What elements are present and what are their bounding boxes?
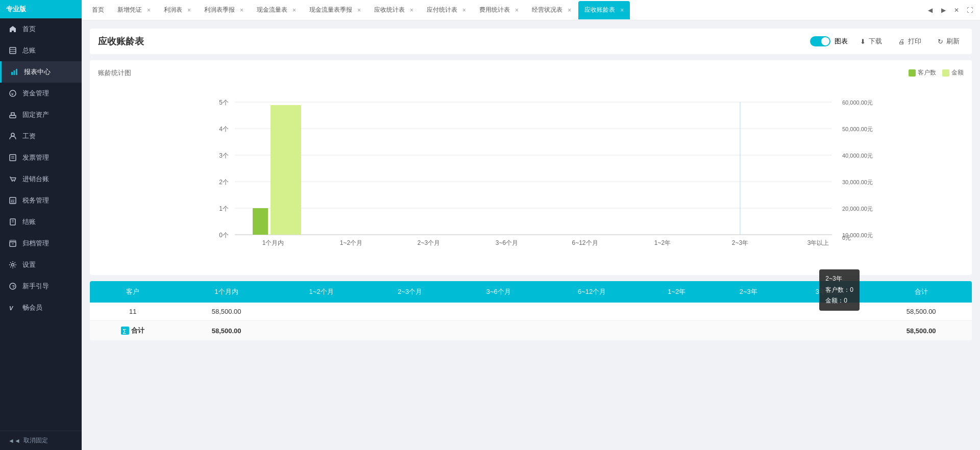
legend-customer-count: 客户数 [909,68,936,77]
download-btn[interactable]: ⬇ 下载 [856,35,886,48]
svg-point-10 [11,133,14,136]
collapse-icon: ◄◄ [8,437,20,444]
sidebar-label-archive: 归档管理 [22,239,49,248]
tab-scroll-right[interactable]: ▶ [937,4,949,16]
sidebar-item-settings[interactable]: 设置 [0,254,82,276]
vip-icon: V [8,303,17,312]
invoice-icon [8,153,17,162]
tab-profit-close[interactable]: × [187,7,191,14]
toggle-label: 图表 [835,37,848,46]
tab-cashflow-close[interactable]: × [292,7,296,14]
tab-new-voucher-close[interactable]: × [147,7,151,14]
tab-nav-area: ◀ ▶ ✕ ⛶ [924,4,976,16]
sidebar-item-close-book[interactable]: 结账 [0,211,82,233]
tab-ap-stats[interactable]: 应付统计表 × [421,1,472,19]
sidebar-label-purchase: 进销台账 [22,174,49,184]
page-actions: 图表 ⬇ 下载 🖨 打印 ↻ 刷新 [810,35,964,48]
tab-expense-stats[interactable]: 费用统计表 × [473,1,525,19]
cell-3-6m [454,303,543,321]
svg-text:3个: 3个 [219,152,229,159]
sidebar-item-fund[interactable]: ¥ 资金管理 [0,83,82,104]
tab-close-all[interactable]: ✕ [950,4,963,16]
download-icon: ⬇ [860,38,866,45]
col-customer: 客户 [90,281,176,303]
tab-home[interactable]: 首页 [86,1,110,19]
refresh-btn[interactable]: ↻ 刷新 [934,35,964,48]
legend-amount-color [942,69,949,77]
svg-point-24 [12,264,14,266]
svg-text:3~6个月: 3~6个月 [496,239,518,246]
sidebar-item-fixed-assets[interactable]: 固定资产 [0,104,82,126]
legend-customer-label: 客户数 [918,68,936,77]
tab-home-label: 首页 [92,6,104,14]
tab-scroll-left[interactable]: ◀ [924,4,936,16]
page-header: 应收账龄表 图表 ⬇ 下载 🖨 打印 ↻ 刷新 [90,29,972,54]
salary-icon [8,132,17,141]
tab-ar-stats-close[interactable]: × [410,7,413,14]
tab-maximize[interactable]: ⛶ [964,4,976,16]
svg-text:30,000.00元: 30,000.00元 [842,179,873,185]
cell-total: 58,500.00 [870,303,972,321]
tab-profit-quarterly[interactable]: 利润表季报 × [198,1,250,19]
svg-text:1个月内: 1个月内 [262,239,284,246]
col-1-2m: 1~2个月 [277,281,366,303]
tab-cashflow-quarterly-label: 现金流量表季报 [309,6,352,14]
sidebar-item-purchase-sales[interactable]: 进销台账 [0,168,82,190]
sidebar-label-vip: 畅会员 [22,303,42,312]
sidebar-item-tax[interactable]: 税 税务管理 [0,190,82,211]
tab-business-status-close[interactable]: × [568,7,571,14]
sidebar-collapse-btn[interactable]: ◄◄ 取消固定 [0,431,82,450]
sidebar-item-vip[interactable]: V 畅会员 [0,297,82,318]
tab-profit-quarterly-close[interactable]: × [240,7,243,14]
sidebar-item-home[interactable]: 首页 [0,18,82,40]
sidebar-label-invoice: 发票管理 [22,153,49,162]
tab-ap-stats-close[interactable]: × [462,7,466,14]
tab-cashflow[interactable]: 现金流量表 × [251,1,302,19]
sidebar-label-settings: 设置 [22,260,36,269]
total-1-2m [277,321,366,341]
tab-ar-aging-close[interactable]: × [620,7,624,14]
print-btn[interactable]: 🖨 打印 [894,35,925,48]
tab-new-voucher[interactable]: 新增凭证 × [111,1,157,19]
total-icon: ∑ [121,327,129,335]
col-1m: 1个月内 [176,281,277,303]
tab-cashflow-quarterly[interactable]: 现金流量表季报 × [303,1,367,19]
app-logo: 专业版 [0,0,82,18]
tab-ar-aging[interactable]: 应收账龄表 × [578,1,630,19]
tab-profit-quarterly-label: 利润表季报 [204,6,235,14]
tab-business-status[interactable]: 经营状况表 × [526,1,577,19]
tab-profit[interactable]: 利润表 × [158,1,197,19]
svg-rect-4 [14,70,15,75]
bar-1m-amount[interactable] [271,105,301,235]
table-container: 客户 1个月内 1~2个月 2~3个月 3~6个月 6~12个月 1~2年 2~… [90,281,972,340]
chart-title: 账龄统计图 [98,68,964,78]
bar-1m-count[interactable] [253,208,268,235]
sidebar-item-report-center[interactable]: 报表中心 [0,61,82,83]
total-total: 58,500.00 [870,321,972,341]
legend-amount-label: 金额 [951,68,964,77]
sidebar-item-guide[interactable]: ? 新手引导 [0,276,82,297]
sidebar-label-tax: 税务管理 [22,196,49,205]
sidebar-item-invoice[interactable]: 发票管理 [0,147,82,168]
svg-text:40,000.00元: 40,000.00元 [842,153,873,159]
cell-1-2m [277,303,366,321]
total-1-2y [641,321,713,341]
sidebar-item-salary[interactable]: 工资 [0,126,82,147]
svg-text:4个: 4个 [219,126,229,133]
toggle-thumb [821,37,829,45]
sidebar-item-archive[interactable]: 归档管理 [0,233,82,254]
svg-text:1个: 1个 [219,205,229,212]
tab-expense-stats-label: 费用统计表 [479,6,510,14]
tab-ar-stats[interactable]: 应收统计表 × [368,1,420,19]
chart-toggle[interactable]: 图表 [810,36,848,46]
sidebar-item-ledger[interactable]: 总账 [0,40,82,61]
col-1-2y: 1~2年 [641,281,713,303]
tab-expense-stats-close[interactable]: × [515,7,519,14]
print-icon: 🖨 [898,38,905,45]
svg-text:1~2年: 1~2年 [654,239,671,246]
tab-cashflow-quarterly-close[interactable]: × [357,7,361,14]
svg-rect-22 [10,240,16,242]
download-label: 下载 [869,37,882,46]
svg-point-15 [14,181,15,182]
toggle-track[interactable] [810,36,830,46]
